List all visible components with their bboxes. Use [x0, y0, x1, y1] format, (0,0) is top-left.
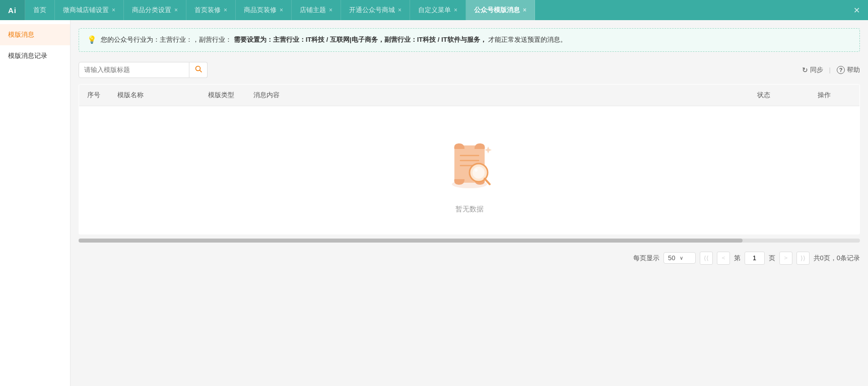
help-button[interactable]: ? 帮助	[837, 65, 860, 74]
help-icon: ?	[837, 66, 845, 74]
notice-prefix: 您的公众号行业为：主营行业：，副营行业：	[101, 36, 232, 43]
tab-open-wechat-mall[interactable]: 开通公众号商城 ×	[341, 0, 410, 20]
page-label-pre: 第	[734, 254, 741, 263]
notice-emphasis: 需要设置为：主营行业：IT科技 / 互联网|电子商务，副营行业：IT科技 / I…	[234, 36, 487, 43]
tab-label: 开通公众号商城	[349, 6, 395, 15]
tab-close-icon[interactable]: ×	[280, 7, 283, 14]
tab-label: 店铺主题	[300, 6, 326, 15]
tab-close-icon[interactable]: ×	[454, 7, 457, 14]
page-number-input[interactable]	[745, 252, 765, 265]
close-all-icon: ✕	[853, 6, 860, 15]
tab-homepage-decor[interactable]: 首页装修 ×	[186, 0, 236, 20]
tab-label: 首页装修	[194, 6, 221, 15]
search-bar: ↻ 同步 | ? 帮助	[79, 62, 860, 78]
notice-icon: 💡	[87, 35, 97, 44]
empty-illustration	[439, 136, 500, 197]
total-label: 共0页，0条记录	[814, 254, 860, 263]
pagination: 每页显示 50 ∨ ⟨⟨ ＜ 第 页 ＞ ⟩⟩ 共0页，0条记录	[79, 247, 860, 267]
sidebar-item-template-message-log[interactable]: 模版消息记录	[0, 45, 70, 66]
search-icon	[195, 65, 202, 74]
help-label: 帮助	[847, 65, 860, 74]
separator: |	[829, 66, 831, 73]
tab-label: 微商城店铺设置	[63, 6, 109, 15]
tab-label: 首页	[33, 6, 46, 15]
col-type: 模版类型	[200, 84, 245, 106]
page-first-button[interactable]: ⟨⟨	[700, 252, 713, 265]
sidebar-item-template-message[interactable]: 模版消息	[0, 24, 70, 45]
sync-icon: ↻	[802, 66, 808, 74]
page-last-button[interactable]: ⟩⟩	[796, 252, 810, 265]
tab-bar-close-button[interactable]: ✕	[845, 6, 868, 15]
sidebar-item-label: 模版消息	[8, 31, 34, 38]
page-next-button[interactable]: ＞	[779, 252, 792, 265]
sidebar-item-label: 模版消息记录	[8, 52, 47, 59]
content-area: 💡 您的公众号行业为：主营行业：，副营行业： 需要设置为：主营行业：IT科技 /…	[71, 20, 868, 386]
tab-close-icon[interactable]: ×	[174, 7, 178, 14]
tab-label: 商品分类设置	[132, 6, 171, 15]
page-size-select[interactable]: 50 ∨	[663, 252, 695, 264]
tab-close-icon[interactable]: ×	[398, 7, 402, 14]
tab-product-category[interactable]: 商品分类设置 ×	[124, 0, 186, 20]
tab-bar: Ai 首页 微商城店铺设置 × 商品分类设置 × 首页装修 × 商品页装修 × …	[0, 0, 868, 20]
col-status: 状态	[749, 84, 810, 106]
notice-suffix: 才能正常发送预置的消息。	[488, 36, 567, 43]
horizontal-scrollbar[interactable]	[79, 239, 860, 243]
tab-close-icon[interactable]: ×	[329, 7, 332, 14]
tab-weshop-settings[interactable]: 微商城店铺设置 ×	[55, 0, 124, 20]
tab-label: 公众号模版消息	[474, 6, 520, 15]
chevron-down-icon: ∨	[680, 255, 683, 261]
empty-text: 暂无数据	[455, 205, 484, 214]
sync-button[interactable]: ↻ 同步	[802, 65, 823, 74]
tab-label: 商品页装修	[244, 6, 277, 15]
tab-shop-theme[interactable]: 店铺主题 ×	[292, 0, 341, 20]
page-label-post: 页	[769, 254, 775, 263]
svg-line-1	[199, 70, 202, 72]
notice-text: 您的公众号行业为：主营行业：，副营行业： 需要设置为：主营行业：IT科技 / 互…	[101, 35, 567, 45]
tab-close-icon[interactable]: ×	[523, 7, 526, 14]
col-content: 消息内容	[245, 84, 749, 106]
notice-box: 💡 您的公众号行业为：主营行业：，副营行业： 需要设置为：主营行业：IT科技 /…	[79, 28, 860, 52]
sidebar: 模版消息 模版消息记录	[0, 20, 71, 386]
col-action: 操作	[810, 84, 860, 106]
col-index: 序号	[79, 84, 109, 106]
page-prev-button[interactable]: ＜	[717, 252, 730, 265]
tab-product-page-decor[interactable]: 商品页装修 ×	[236, 0, 292, 20]
tab-首页[interactable]: 首页	[25, 0, 55, 20]
page-size-label: 每页显示	[633, 254, 659, 263]
col-name: 模版名称	[109, 84, 200, 106]
sync-label: 同步	[810, 65, 823, 74]
page-size-value: 50	[668, 254, 675, 262]
data-table: 序号 模版名称 模版类型 消息内容 状态 操作	[79, 84, 860, 235]
search-button[interactable]	[189, 62, 208, 78]
main-layout: 模版消息 模版消息记录 💡 您的公众号行业为：主营行业：，副营行业： 需要设置为…	[0, 20, 868, 386]
svg-point-7	[473, 167, 485, 179]
toolbar-right: ↻ 同步 | ? 帮助	[802, 65, 860, 74]
svg-point-9	[475, 169, 478, 172]
tab-custom-menu[interactable]: 自定义菜单 ×	[410, 0, 466, 20]
tab-label: 自定义菜单	[418, 6, 451, 15]
tab-close-icon[interactable]: ×	[224, 7, 227, 14]
tab-template-message[interactable]: 公众号模版消息 ×	[466, 0, 535, 20]
app-title: Ai	[8, 6, 17, 15]
table-header-row: 序号 模版名称 模版类型 消息内容 状态 操作	[79, 84, 860, 106]
tab-close-icon[interactable]: ×	[112, 7, 115, 14]
empty-state: 暂无数据	[79, 106, 859, 234]
tab-home[interactable]: Ai	[0, 0, 25, 20]
search-input[interactable]	[79, 62, 189, 78]
